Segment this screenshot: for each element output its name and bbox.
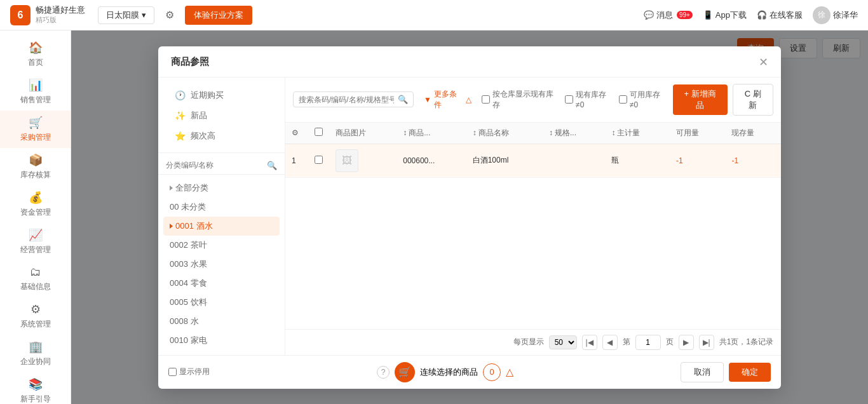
sidebar-label-basic: 基础信息 xyxy=(20,281,51,292)
sidebar-label-guide: 新手引导 xyxy=(20,394,51,404)
col-settings[interactable]: ⚙ xyxy=(285,123,308,144)
available-ne0-checkbox[interactable] xyxy=(619,95,627,104)
col-spec[interactable]: ↕ 规格... xyxy=(543,123,605,144)
sidebar-item-guide[interactable]: 📚新手引导 xyxy=(0,372,71,404)
col-name-label: ↕ xyxy=(473,128,477,137)
code-header-text: 商品... xyxy=(409,128,430,138)
layout: 🏠首页📊销售管理🛒采购管理📦库存核算💰资金管理📈经营管理🗂基础信息⚙系统管理🏢企… xyxy=(0,30,868,404)
help-icon[interactable]: ? xyxy=(377,366,390,379)
available-ne0-checkbox-label[interactable]: 可用库存≠0 xyxy=(619,90,668,109)
stock-ne0-checkbox-label[interactable]: 现有库存≠0 xyxy=(565,90,614,109)
last-page-button[interactable]: ▶| xyxy=(699,335,714,350)
left-nav-recent[interactable]: 🕐 近期购买 xyxy=(168,85,275,105)
warehouse-stock-checkbox[interactable] xyxy=(482,95,490,104)
col-unit[interactable]: ↕ 主计量 xyxy=(605,123,670,144)
stock-ne0-checkbox[interactable] xyxy=(565,95,573,104)
category-item-0010[interactable]: 0010 家电 xyxy=(163,331,280,350)
cell-spec xyxy=(543,144,605,177)
page-unit: 页 xyxy=(666,337,674,347)
sidebar: 🏠首页📊销售管理🛒采购管理📦库存核算💰资金管理📈经营管理🗂基础信息⚙系统管理🏢企… xyxy=(0,30,71,404)
stock-ne0-text: 现有库存≠0 xyxy=(576,90,614,109)
logo-text: 畅捷通好生意 xyxy=(36,5,85,15)
nav-service[interactable]: 🎧 在线客服 xyxy=(757,10,803,21)
sidebar-item-business[interactable]: 📈经营管理 xyxy=(0,223,71,260)
category-item-all[interactable]: 全部分类 xyxy=(163,178,280,198)
sidebar-item-inventory[interactable]: 📦库存核算 xyxy=(0,148,71,185)
collapse-icon[interactable]: △ xyxy=(506,366,513,378)
cart-button[interactable]: 🛒 xyxy=(395,362,415,382)
col-name[interactable]: ↕ 商品名称 xyxy=(466,123,543,144)
per-page-select[interactable]: 50 xyxy=(549,335,577,349)
system-icon: ⚙ xyxy=(31,302,41,316)
confirm-button[interactable]: 确定 xyxy=(729,363,771,382)
left-nav-frequent[interactable]: ⭐ 频次高 xyxy=(168,126,275,146)
category-item-0008[interactable]: 0008 水 xyxy=(163,312,280,331)
modal-header: 商品参照 ✕ xyxy=(158,46,781,77)
col-checkbox xyxy=(308,123,329,144)
sidebar-item-enterprise[interactable]: 🏢企业协同 xyxy=(0,335,71,372)
category-item-0005[interactable]: 0005 饮料 xyxy=(163,293,280,312)
sidebar-label-business: 经营管理 xyxy=(20,245,51,255)
filter-more-button[interactable]: ▼ 更多条件 △ xyxy=(419,86,477,113)
footer-left: 显示停用 xyxy=(168,367,210,377)
sidebar-item-purchase[interactable]: 🛒采购管理 xyxy=(0,111,71,148)
logo-text-group: 畅捷通好生意 精巧版 xyxy=(36,5,85,25)
product-image: 🖼 xyxy=(336,149,358,172)
cell-unit: 瓶 xyxy=(605,144,670,177)
sidebar-item-system[interactable]: ⚙系统管理 xyxy=(0,297,71,335)
sidebar-label-sales: 销售管理 xyxy=(20,95,51,105)
category-item-00[interactable]: 00 未分类 xyxy=(163,198,280,217)
gear-icon[interactable]: ⚙ xyxy=(159,5,180,25)
expand-icon xyxy=(170,185,173,191)
category-item-0003[interactable]: 0003 水果 xyxy=(163,255,280,274)
category-item-0002[interactable]: 0002 茶叶 xyxy=(163,236,280,255)
category-item-0004[interactable]: 0004 零食 xyxy=(163,274,280,293)
category-0010-label: 0010 家电 xyxy=(170,335,207,346)
product-search-input[interactable] xyxy=(299,95,394,104)
cell-checkbox[interactable] xyxy=(308,144,329,177)
refresh-button[interactable]: C 刷新 xyxy=(733,84,773,116)
code-sort[interactable]: ↕ 商品... xyxy=(403,128,430,138)
nav-message[interactable]: 💬 消息 99+ xyxy=(644,10,693,21)
prev-page-button[interactable]: ◀ xyxy=(602,335,618,350)
nav-user[interactable]: 徐 徐泽华 xyxy=(813,6,858,24)
show-disabled-checkbox[interactable] xyxy=(168,368,177,376)
store-select[interactable]: 日太阳膜 ▾ xyxy=(98,6,154,24)
sidebar-item-sales[interactable]: 📊销售管理 xyxy=(0,73,71,111)
page-number-input[interactable] xyxy=(635,335,661,350)
warehouse-stock-checkbox-label[interactable]: 按仓库显示现有库存 xyxy=(482,89,560,111)
cancel-button[interactable]: 取消 xyxy=(681,362,724,382)
business-icon: 📈 xyxy=(29,228,43,242)
show-disabled-label[interactable]: 显示停用 xyxy=(168,367,210,377)
sidebar-item-home[interactable]: 🏠首页 xyxy=(0,36,71,73)
col-code[interactable]: ↕ 商品... xyxy=(397,123,466,144)
nav-app-download[interactable]: 📱 App下载 xyxy=(703,10,747,21)
unit-header-text: 主计量 xyxy=(617,128,640,138)
cta-button[interactable]: 体验行业方案 xyxy=(185,6,252,25)
next-page-button[interactable]: ▶ xyxy=(679,335,694,350)
left-nav-new[interactable]: ✨ 新品 xyxy=(168,105,275,126)
table-row[interactable]: 1 🖼 000600... 白酒100ml xyxy=(285,144,781,177)
add-product-button[interactable]: + 新增商品 xyxy=(673,84,728,115)
category-search-input[interactable] xyxy=(166,161,263,170)
sidebar-item-finance[interactable]: 💰资金管理 xyxy=(0,185,71,223)
category-item-0001[interactable]: 0001 酒水 xyxy=(163,217,280,236)
home-icon: 🏠 xyxy=(29,41,43,55)
spec-sort[interactable]: ↕ 规格... xyxy=(549,128,576,138)
table-area: ⚙ 商品图片 ↕ 商品... xyxy=(285,123,781,355)
search-icon[interactable]: 🔍 xyxy=(398,95,408,104)
category-search-icon[interactable]: 🔍 xyxy=(267,161,277,170)
first-page-button[interactable]: |◀ xyxy=(582,335,597,350)
app-icon: 📱 xyxy=(703,10,713,20)
logo-area: 6 畅捷通好生意 精巧版 xyxy=(10,5,85,25)
row-checkbox[interactable] xyxy=(315,156,323,164)
product-search-box[interactable]: 🔍 xyxy=(293,91,414,107)
name-sort[interactable]: ↕ 商品名称 xyxy=(473,128,509,138)
left-quick-nav: 🕐 近期购买 ✨ 新品 ⭐ 频次高 xyxy=(158,83,285,149)
select-all-checkbox[interactable] xyxy=(315,128,323,136)
modal-close-button[interactable]: ✕ xyxy=(759,55,768,69)
avatar: 徐 xyxy=(813,6,831,24)
unit-sort[interactable]: ↕ 主计量 xyxy=(611,128,640,138)
sidebar-item-basic[interactable]: 🗂基础信息 xyxy=(0,260,71,297)
product-reference-modal: 商品参照 ✕ 🕐 近期购买 ✨ 新 xyxy=(158,46,781,389)
